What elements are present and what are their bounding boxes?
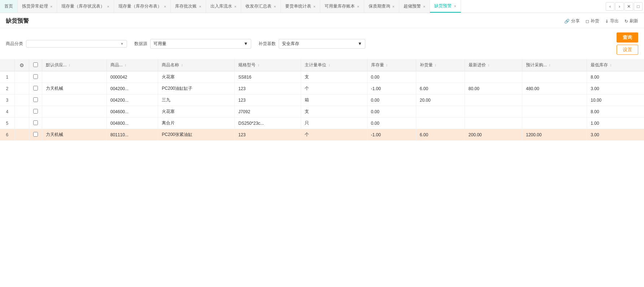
row-index-4: 4 <box>0 106 14 118</box>
row-code-5: 004800... <box>106 118 158 129</box>
row-checkbox-5[interactable] <box>33 120 38 125</box>
col-checkbox-header[interactable] <box>29 59 42 71</box>
row-supplier-3 <box>42 94 106 106</box>
query-button[interactable]: 查询 <box>617 32 638 43</box>
row-price-5 <box>465 118 522 129</box>
row-replenish-4 <box>416 106 465 118</box>
tab-expiry[interactable]: 保质期查询 × <box>364 0 399 13</box>
tab-flow-close[interactable]: × <box>234 4 236 9</box>
tab-home-label: 首页 <box>4 3 13 9</box>
tab-expiry-label: 保质期查询 <box>369 3 390 9</box>
export-action[interactable]: ⇓ 导出 <box>605 18 619 24</box>
tab-inventory-dist-close[interactable]: × <box>164 4 166 9</box>
row-checkbox-3[interactable] <box>33 97 38 102</box>
tab-inventory-status-close[interactable]: × <box>107 4 109 9</box>
row-stock-2: -1.00 <box>367 83 416 94</box>
table-row: 1 0000042 火花塞 SS816 支 0.00 8.00 <box>0 71 644 83</box>
row-name-3: 三九 <box>158 94 235 106</box>
col-est-header[interactable]: 预计采购... ↕ <box>522 59 587 71</box>
replenish-icon: ◻ <box>586 19 589 24</box>
tab-summary-close[interactable]: × <box>274 4 276 9</box>
replenish-action[interactable]: ◻ 补货 <box>586 18 599 24</box>
row-gear-cell-6 <box>14 129 29 141</box>
tab-shortage-close[interactable]: × <box>454 4 456 8</box>
tab-inventory-status[interactable]: 现存量（库存状况表） × <box>57 0 114 13</box>
category-filter-group: 商品分类 ▼ <box>6 40 127 48</box>
tab-batch-account-close[interactable]: × <box>199 4 201 9</box>
datasource-filter-label: 数据源 <box>134 41 147 47</box>
col-supplier-header[interactable]: 默认供应... ↕ <box>42 59 106 71</box>
tab-expiry-close[interactable]: × <box>392 4 395 9</box>
col-price-sort-icon: ↕ <box>488 63 489 67</box>
tab-flow[interactable]: 出入库流水 × <box>206 0 241 13</box>
replenish-label: 补货 <box>591 18 599 24</box>
refresh-action[interactable]: ↻ 刷新 <box>625 18 638 24</box>
tab-order-stats-close[interactable]: × <box>313 4 316 9</box>
col-code-header[interactable]: 商品... ↕ <box>106 59 158 71</box>
row-stock-3: 0.00 <box>367 94 416 106</box>
row-checkbox-1[interactable] <box>33 74 38 79</box>
tab-batch-account[interactable]: 库存批次账 × <box>171 0 206 13</box>
row-code-4: 004600... <box>106 106 158 118</box>
tab-overstock[interactable]: 超储预警 × <box>399 0 430 13</box>
table-row: 5 004800... 离合片 DS250*23c... 只 0.00 1.00 <box>0 118 644 129</box>
row-checkbox-2[interactable] <box>33 86 38 90</box>
share-label: 分享 <box>571 18 580 24</box>
col-name-header[interactable]: 商品名称 ↕ <box>158 59 235 71</box>
tab-scroll-left-button[interactable]: ‹ <box>606 2 614 11</box>
row-checkbox-cell-5[interactable] <box>29 118 42 129</box>
row-price-3 <box>465 94 522 106</box>
replenish-select[interactable]: 安全库存 ▼ <box>279 39 365 49</box>
col-spec-label: 规格型号 <box>238 62 256 67</box>
tab-maximize-button[interactable]: □ <box>634 2 643 11</box>
row-unit-5: 只 <box>301 118 367 129</box>
tab-home[interactable]: 首页 <box>0 0 18 13</box>
col-minstock-header[interactable]: 最低库存 ↕ <box>587 59 644 71</box>
row-supplier-1 <box>42 71 106 83</box>
datasource-select[interactable]: 可用量 ▼ <box>150 39 251 49</box>
tab-summary[interactable]: 收发存汇总表 × <box>241 0 280 13</box>
row-stock-6: -1.00 <box>367 129 416 141</box>
tab-order-stats[interactable]: 要货单统计表 × <box>281 0 320 13</box>
col-price-label: 最新进价 <box>469 62 486 67</box>
settings-button[interactable]: 设置 <box>617 45 638 55</box>
tab-inventory-dist[interactable]: 现存量（库存分布表） × <box>114 0 171 13</box>
row-gear-cell-2 <box>14 83 29 94</box>
col-replenish-header[interactable]: 补货量 ↕ <box>416 59 465 71</box>
row-spec-2: 123 <box>235 83 301 94</box>
tab-pick-exception-label: 拣货异常处理 <box>22 3 48 9</box>
select-all-checkbox[interactable] <box>33 62 38 67</box>
row-index-1: 1 <box>0 71 14 83</box>
row-spec-4: J7092 <box>235 106 301 118</box>
row-checkbox-cell-6[interactable] <box>29 129 42 141</box>
share-action[interactable]: 🔗 分享 <box>564 18 580 24</box>
row-checkbox-cell-2[interactable] <box>29 83 42 94</box>
tab-shortage[interactable]: 缺货预警 × <box>430 0 461 13</box>
tab-pick-exception-close[interactable]: × <box>50 4 52 9</box>
table-gear-icon[interactable]: ⚙ <box>19 62 24 68</box>
tab-available-stock-close[interactable]: × <box>357 4 359 9</box>
tab-overstock-close[interactable]: × <box>423 4 425 9</box>
table-row: 2 力天机械 004200... PC200油缸缸子 123 个 -1.00 6… <box>0 83 644 94</box>
col-price-header[interactable]: 最新进价 ↕ <box>465 59 522 71</box>
row-est-6: 1200.00 <box>522 129 587 141</box>
row-checkbox-6[interactable] <box>33 132 38 137</box>
category-select[interactable]: ▼ <box>26 40 127 48</box>
tab-pick-exception[interactable]: 拣货异常处理 × <box>18 0 57 13</box>
col-stock-header[interactable]: 库存量 ↕ <box>367 59 416 71</box>
row-name-1: 火花塞 <box>158 71 235 83</box>
row-replenish-3: 20.00 <box>416 94 465 106</box>
row-checkbox-cell-3[interactable] <box>29 94 42 106</box>
tab-scroll-right-button[interactable]: › <box>615 2 624 11</box>
tab-available-stock[interactable]: 可用量库存账本 × <box>320 0 364 13</box>
row-checkbox-cell-1[interactable] <box>29 71 42 83</box>
col-gear-header[interactable]: ⚙ <box>14 59 29 71</box>
row-spec-6: 123 <box>235 129 301 141</box>
row-checkbox-cell-4[interactable] <box>29 106 42 118</box>
col-spec-header[interactable]: 规格型号 ↕ <box>235 59 301 71</box>
row-index-6: 6 <box>0 129 14 141</box>
tab-close-button[interactable]: ✕ <box>625 2 633 11</box>
table-body: 1 0000042 火花塞 SS816 支 0.00 8.00 2 力天机械 0… <box>0 71 644 141</box>
row-checkbox-4[interactable] <box>33 109 38 114</box>
col-unit-header[interactable]: 主计量单位 ↕ <box>301 59 367 71</box>
